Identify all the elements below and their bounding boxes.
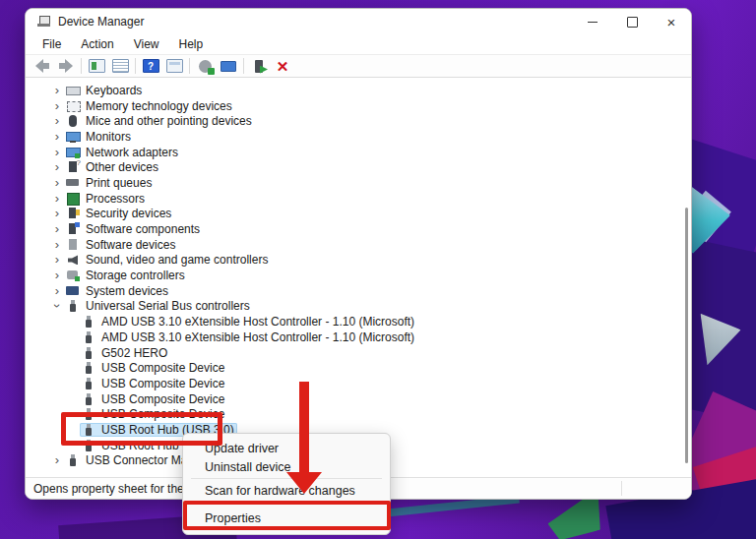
tree-item[interactable]: Mice and other pointing devices <box>64 114 255 128</box>
tree-row[interactable]: ›Print queues <box>26 175 685 191</box>
tree-item[interactable]: Keyboards <box>64 84 145 97</box>
audio-icon <box>66 254 80 266</box>
chevron-right-icon[interactable]: › <box>50 161 64 173</box>
uninstall-icon[interactable]: ✕ <box>271 56 294 76</box>
chevron-right-icon[interactable]: › <box>50 270 64 281</box>
annotation-arrow-shaft <box>299 382 309 473</box>
tree-row[interactable]: ›Mice and other pointing devices <box>26 113 685 129</box>
chevron-right-icon[interactable]: › <box>50 85 64 96</box>
help-icon[interactable]: ? <box>139 56 162 76</box>
tree-item[interactable]: AMD USB 3.10 eXtensible Host Controller … <box>80 330 417 344</box>
tree-item[interactable]: Other devices <box>64 160 161 174</box>
processor-icon <box>66 193 80 205</box>
remote-computer-icon[interactable] <box>217 56 240 76</box>
usb-icon <box>82 331 95 343</box>
tree-row[interactable]: AMD USB 3.10 eXtensible Host Controller … <box>26 314 685 329</box>
chevron-right-icon[interactable]: › <box>50 208 64 219</box>
tree-row[interactable]: ›Monitors <box>26 129 685 145</box>
tree-item[interactable]: Sound, video and game controllers <box>64 253 271 267</box>
scan-hardware-changes-icon[interactable] <box>247 56 271 76</box>
tree-item[interactable]: USB Composite Device <box>80 377 227 390</box>
menu-view[interactable]: View <box>125 35 168 53</box>
tree-item[interactable]: Processors <box>64 192 148 206</box>
tree-item[interactable]: Storage controllers <box>64 269 188 282</box>
show-console-tree-icon[interactable] <box>85 56 108 76</box>
chevron-right-icon[interactable]: › <box>50 254 64 266</box>
tree-item[interactable]: System devices <box>64 284 171 298</box>
security-icon <box>66 208 80 219</box>
tree-item-label: System devices <box>86 284 168 298</box>
memory-icon <box>66 100 80 112</box>
properties-icon[interactable] <box>108 56 132 76</box>
tree-row[interactable]: ›Other devices <box>26 159 685 175</box>
tree-item[interactable]: Print queues <box>64 176 155 190</box>
tree-row[interactable]: ›Network adapters <box>26 145 685 160</box>
chevron-right-icon[interactable]: › <box>50 193 64 205</box>
annotation-arrow-head <box>286 472 322 494</box>
back-icon[interactable] <box>31 56 54 76</box>
tree-row[interactable]: ›Sound, video and game controllers <box>26 253 685 269</box>
tree-row[interactable]: ›System devices <box>26 283 685 299</box>
system-icon <box>66 285 80 297</box>
update-driver-icon[interactable] <box>193 56 217 76</box>
chevron-down-icon[interactable]: › <box>51 299 63 313</box>
tree-item-label: Print queues <box>86 176 152 190</box>
tree-item-label: Storage controllers <box>86 269 185 282</box>
mouse-icon <box>66 115 80 127</box>
menu-file[interactable]: File <box>33 35 70 53</box>
tree-item[interactable]: G502 HERO <box>80 346 170 360</box>
tree-item[interactable]: Software devices <box>64 238 178 252</box>
tree-row[interactable]: ›Memory technology devices <box>26 98 685 114</box>
tree-item[interactable]: Network adapters <box>64 146 181 159</box>
usb-icon <box>82 347 95 359</box>
chevron-right-icon[interactable]: › <box>50 177 64 189</box>
chevron-right-icon[interactable]: › <box>50 115 64 127</box>
tree-row[interactable]: USB Composite Device <box>26 391 685 407</box>
tree-item-label: Software components <box>86 222 200 236</box>
tree-item-label: Processors <box>86 192 145 206</box>
tree-item[interactable]: Memory technology devices <box>64 99 235 113</box>
chevron-right-icon[interactable]: › <box>50 100 64 112</box>
tree-item-label: USB Composite Device <box>101 392 224 406</box>
tree-item[interactable]: Universal Serial Bus controllers <box>64 299 253 313</box>
keyboard-icon <box>66 85 80 96</box>
minimize-button[interactable] <box>573 9 612 34</box>
tree-row[interactable]: ›Software components <box>26 221 685 237</box>
chevron-right-icon[interactable]: › <box>50 131 64 143</box>
menu-bar: FileActionViewHelp <box>26 34 691 55</box>
tree-row[interactable]: AMD USB 3.10 eXtensible Host Controller … <box>26 329 685 345</box>
maximize-button[interactable] <box>612 9 652 34</box>
tree-item-label: Network adapters <box>86 146 178 159</box>
tree-item[interactable]: Security devices <box>64 207 174 220</box>
tree-row[interactable]: ›Processors <box>26 191 685 207</box>
chevron-right-icon[interactable]: › <box>50 147 64 158</box>
tree-row[interactable]: G502 HERO <box>26 345 685 361</box>
usb-icon <box>82 316 95 328</box>
title-bar[interactable]: Device Manager × <box>26 9 691 34</box>
tree-row[interactable]: ›Keyboards <box>26 83 685 98</box>
close-button[interactable]: × <box>652 9 691 34</box>
export-list-icon[interactable] <box>162 56 186 76</box>
tree-row[interactable]: ›Software devices <box>26 237 685 253</box>
tree-row[interactable]: USB Composite Device <box>26 360 685 376</box>
tree-row[interactable]: ›Security devices <box>26 207 685 222</box>
tree-item[interactable]: Monitors <box>64 130 134 144</box>
chevron-right-icon[interactable]: › <box>50 239 64 251</box>
tree-row[interactable]: ›Storage controllers <box>26 268 685 283</box>
toolbar-separator <box>81 58 82 74</box>
forward-icon[interactable] <box>54 56 78 76</box>
tree-item[interactable]: Software components <box>64 222 203 236</box>
storage-icon <box>66 270 80 281</box>
tree-row[interactable]: ›Universal Serial Bus controllers <box>26 299 685 315</box>
menu-action[interactable]: Action <box>72 35 122 53</box>
menu-help[interactable]: Help <box>170 35 213 53</box>
tree-row[interactable]: USB Composite Device <box>26 376 685 391</box>
chevron-right-icon[interactable]: › <box>50 454 64 466</box>
chevron-right-icon[interactable]: › <box>50 285 64 297</box>
vertical-scrollbar[interactable] <box>685 208 688 463</box>
tree-item[interactable]: USB Composite Device <box>80 361 227 375</box>
tree-item[interactable]: AMD USB 3.10 eXtensible Host Controller … <box>80 315 417 329</box>
tree-item-label: Memory technology devices <box>86 99 232 113</box>
tree-item[interactable]: USB Composite Device <box>80 392 227 406</box>
chevron-right-icon[interactable]: › <box>50 223 64 235</box>
